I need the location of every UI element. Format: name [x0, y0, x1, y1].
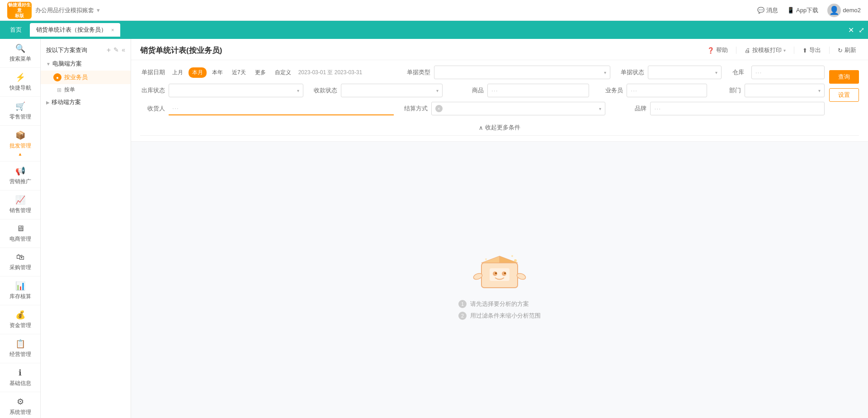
sidebar-item-label-system: 系统管理 [9, 408, 31, 416]
logo-text: 畅捷通好生意标版 [7, 2, 32, 19]
wholesale-icon: 📦 [15, 130, 25, 140]
filter-consignee-label: 收货人 [140, 104, 165, 113]
breadcrumb-dropdown-icon[interactable]: ▾ [97, 7, 100, 14]
divider3 [829, 47, 830, 54]
system-icon: ⚙ [17, 397, 24, 407]
app-download-button[interactable]: 📱 App下载 [787, 6, 818, 14]
app-download-label: App下载 [796, 6, 818, 14]
filter-out-status-input[interactable]: ▾ [169, 84, 303, 97]
refresh-label: 刷新 [844, 46, 856, 54]
filter-dept-item: 部门 ▾ [716, 84, 825, 97]
message-button[interactable]: 💬 消息 [757, 6, 778, 14]
breadcrumb[interactable]: 办公用品行业模拟账套 ▾ [35, 6, 100, 14]
sidebar-item-system[interactable]: ⚙ 系统管理 [0, 392, 40, 418]
sidebar-item-label-inventory: 库存核算 [9, 293, 31, 300]
tree-desktop-parent[interactable]: ▼ 电脑端方案 [41, 57, 131, 71]
filter-warehouse-input[interactable]: ··· [751, 66, 825, 79]
filter-brand-item: 品牌 ··· [622, 102, 825, 115]
window-close-icon[interactable]: ✕ [848, 26, 854, 34]
tip-num-1: 1 [458, 300, 467, 308]
filter-settlement-input[interactable]: × ▾ [431, 102, 606, 115]
sidebar-item-wholesale[interactable]: 📦 批发管理 ▲ [0, 126, 40, 162]
avatar: 👤 [827, 4, 841, 17]
sidebar-item-marketing[interactable]: 📢 营销推广 [0, 162, 40, 190]
sidebar-item-retail[interactable]: 🛒 零售管理 [0, 97, 40, 126]
date-tab-more[interactable]: 更多 [251, 67, 269, 78]
filter-goods-label: 商品 [459, 86, 484, 95]
marketing-icon: 📢 [15, 166, 25, 176]
goods-dots: ··· [491, 87, 498, 94]
sales-icon: 📈 [15, 195, 25, 205]
date-tab-last-month[interactable]: 上月 [169, 67, 187, 78]
empty-state: 1 请先选择要分析的方案 2 用过滤条件来缩小分析范围 [458, 240, 541, 320]
date-tab-this-year[interactable]: 本年 [208, 67, 226, 78]
date-tab-7days[interactable]: 近7天 [228, 67, 250, 78]
filter-goods-input[interactable]: ··· [487, 84, 589, 97]
filter-receipt-status-input[interactable]: ▾ [341, 84, 443, 97]
filter-row-2: 出库状态 ▾ 收款状态 ▾ [140, 84, 825, 97]
date-filter: 上月 本月 本年 近7天 更多 自定义 2023-03-01 至 2023-03… [169, 67, 396, 78]
filter-row-1: 单据日期 上月 本月 本年 近7天 更多 自定义 [140, 66, 825, 79]
sidebar-item-nav[interactable]: ⚡ 快捷导航 [0, 68, 40, 97]
filter-doc-status-item: 单据状态 ▾ 仓库 ··· [619, 66, 825, 79]
sidebar-item-label-search: 搜索菜单 [9, 55, 31, 63]
sidebar-item-basic-info[interactable]: ℹ 基础信息 [0, 363, 40, 392]
filter-brand-input[interactable]: ··· [650, 102, 825, 115]
nav-icon: ⚡ [15, 72, 25, 82]
edit-scheme-icon[interactable]: ✎ [113, 46, 119, 54]
export-button[interactable]: ⬆ 导出 [800, 44, 824, 56]
filter-form-fields: 单据日期 上月 本月 本年 近7天 更多 自定义 [140, 66, 825, 120]
collapse-panel-icon[interactable]: « [122, 46, 125, 54]
sidebar-item-inventory[interactable]: 📊 库存核算 [0, 276, 40, 305]
filter-dept-input[interactable]: ▾ [745, 84, 825, 97]
tree-sub-order[interactable]: ⊞ 按单 [41, 84, 131, 95]
svg-point-5 [504, 272, 506, 274]
tab-close-icon[interactable]: × [111, 27, 114, 33]
sidebar-item-purchase[interactable]: 🛍 采购管理 [0, 248, 40, 276]
user-menu[interactable]: 👤 demo2 [827, 4, 861, 17]
tab-active[interactable]: 销货单统计表（按业务员） × [30, 23, 120, 37]
left-panel-title: 按以下方案查询 [46, 46, 87, 54]
inventory-icon: 📊 [15, 281, 25, 291]
filter-brand-label: 品牌 [622, 104, 646, 113]
tree-mobile-parent[interactable]: ▶ 移动端方案 [41, 95, 131, 109]
add-scheme-icon[interactable]: + [107, 46, 111, 54]
tree-child-salesperson[interactable]: ● 按业务员 [41, 71, 131, 84]
print-button[interactable]: 🖨 按模板打印 ▾ [742, 44, 788, 56]
date-tab-custom[interactable]: 自定义 [271, 67, 295, 78]
sidebar-item-label-marketing: 营销推广 [9, 178, 31, 185]
divider2 [794, 47, 794, 54]
filter-salesperson-input[interactable]: ··· [627, 84, 707, 97]
basic-info-icon: ℹ [19, 368, 22, 378]
date-tab-this-month[interactable]: 本月 [189, 67, 207, 78]
sidebar-item-search[interactable]: 🔍 搜索菜单 [0, 39, 40, 68]
filter-doc-status-input[interactable]: ▾ [648, 66, 721, 79]
print-arrow-icon: ▾ [783, 48, 786, 53]
sidebar-item-ecommerce[interactable]: 🖥 电商管理 [0, 219, 40, 248]
sidebar-item-management[interactable]: 📋 经营管理 [0, 334, 40, 363]
sidebar-item-label-purchase: 采购管理 [9, 264, 31, 271]
filter-consignee-input[interactable]: ··· [169, 102, 394, 115]
settlement-clear-icon[interactable]: × [435, 105, 443, 112]
filter-doc-type-input[interactable]: ▾ [434, 66, 611, 79]
refresh-button[interactable]: ↻ 刷新 [835, 44, 859, 56]
settings-button[interactable]: 设置 [829, 88, 859, 102]
sidebar-item-sales[interactable]: 📈 销售管理 [0, 190, 40, 219]
collapse-button[interactable]: ∧ 收起更多条件 [479, 124, 520, 132]
sidebar-item-label-nav: 快捷导航 [9, 84, 31, 92]
sidebar-item-finance[interactable]: 💰 资金管理 [0, 305, 40, 334]
sidebar-item-label-management: 经营管理 [9, 351, 31, 358]
filter-settlement-item: 结算方式 × ▾ [403, 102, 606, 115]
print-icon: 🖨 [745, 47, 750, 54]
filter-settlement-label: 结算方式 [403, 104, 428, 113]
export-icon: ⬆ [802, 47, 807, 54]
window-expand-icon[interactable]: ⤢ [859, 26, 864, 34]
tab-home[interactable]: 首页 [4, 23, 28, 37]
filter-form-wrapper: 单据日期 上月 本月 本年 近7天 更多 自定义 [140, 66, 859, 120]
consignee-dots: ··· [172, 104, 179, 112]
help-button[interactable]: ❓ 帮助 [704, 44, 731, 56]
query-button[interactable]: 查询 [829, 70, 859, 84]
empty-tip-2: 2 用过滤条件来缩小分析范围 [458, 312, 541, 320]
tree-mobile-label: 移动端方案 [52, 98, 81, 106]
retail-icon: 🛒 [15, 101, 25, 111]
